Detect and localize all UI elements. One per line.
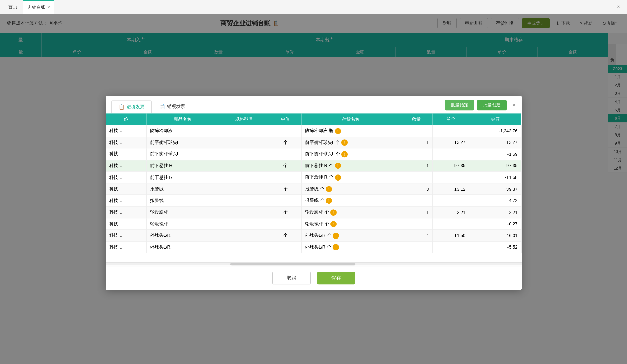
tab-close-icon[interactable]: ×	[47, 0, 50, 14]
inventory-name: 外球头L/R 个	[305, 233, 331, 238]
col-quantity: 数量	[400, 113, 433, 125]
inventory-name: 轮毂螺杆 个	[305, 209, 329, 215]
warning-icon: !	[335, 128, 341, 134]
col-spec: 规格型号	[219, 113, 269, 125]
tab-ledger-label: 进销台账	[27, 0, 45, 14]
table-row[interactable]: 科技…外球头L/R外球头L/R 个!-5.52	[106, 241, 522, 253]
outbound-invoice-icon: 📄	[159, 104, 165, 109]
warning-icon: !	[335, 174, 341, 181]
table-row[interactable]: 科技…轮毂螺杆轮毂螺杆 个!-0.27	[106, 218, 522, 230]
col-product: 商品名称	[146, 113, 219, 125]
outbound-invoice-label: 销项发票	[167, 103, 185, 110]
tab-ledger[interactable]: 进销台账 ×	[23, 0, 54, 14]
col-inventory: 存货名称	[302, 113, 400, 125]
inventory-name: 前平衡杆球头L 个	[305, 151, 340, 156]
inventory-name: 外球头L/R 个	[305, 244, 331, 250]
data-table: 你 商品名称 规格型号 单位 存货名称 数量 单价 金额 科技…防冻冷却液防冻冷…	[106, 113, 522, 253]
table-row[interactable]: 科技…前平衡杆球头L前平衡杆球头L 个!-1.59	[106, 148, 522, 160]
inventory-name: 报警线 个	[305, 198, 324, 203]
tab-home[interactable]: 首页	[3, 0, 23, 14]
table-row[interactable]: 科技…防冻冷却液防冻冷却液 瓶!-1,243.76	[106, 125, 522, 137]
table-row[interactable]: 科技…报警线报警线 个!-4.72	[106, 195, 522, 207]
batch-assign-button[interactable]: 批量指定	[445, 100, 474, 110]
scrollbar-thumb[interactable]	[230, 263, 355, 265]
warning-icon: !	[326, 186, 332, 192]
tab-bar: 首页 进销台账 × ×	[0, 0, 627, 14]
table-row[interactable]: 科技…前平衡杆球头L个前平衡杆球头L 个!113.2713.27	[106, 137, 522, 148]
inbound-invoice-label: 进项发票	[127, 104, 145, 110]
table-row[interactable]: 科技…外球头L/R个外球头L/R 个!411.5046.01	[106, 230, 522, 242]
col-price: 单价	[433, 113, 469, 125]
dialog-header: 📋 进项发票 📄 销项发票 批量指定 批量创建 ×	[106, 96, 522, 113]
inventory-name: 前平衡杆球头L 个	[305, 140, 340, 145]
dialog-header-actions: 批量指定 批量创建	[445, 100, 507, 113]
inventory-name: 轮毂螺杆 个	[305, 221, 329, 226]
tab-inbound-invoice[interactable]: 📋 进项发票	[111, 100, 152, 113]
inventory-name: 防冻冷却液 瓶	[305, 128, 333, 133]
table-row[interactable]: 科技…报警线个报警线 个!313.1239.37	[106, 183, 522, 195]
warning-icon: !	[330, 221, 337, 227]
warning-icon: !	[333, 233, 339, 239]
batch-create-button[interactable]: 批量创建	[477, 100, 507, 110]
save-button[interactable]: 保存	[317, 272, 355, 284]
app-close-button[interactable]: ×	[613, 4, 624, 10]
dialog-body: 你 商品名称 规格型号 单位 存货名称 数量 单价 金额 科技…防冻冷却液防冻冷…	[106, 113, 522, 266]
table-row[interactable]: 科技…轮毂螺杆个轮毂螺杆 个!12.212.21	[106, 207, 522, 218]
tab-outbound-invoice[interactable]: 📄 销项发票	[152, 100, 192, 113]
dialog-footer: 取消 保存	[106, 266, 522, 290]
warning-icon: !	[341, 139, 348, 146]
horizontal-scrollbar[interactable]	[106, 262, 522, 265]
warning-icon: !	[330, 209, 337, 216]
dialog: 📋 进项发票 📄 销项发票 批量指定 批量创建 × 你	[106, 96, 522, 290]
inbound-invoice-icon: 📋	[119, 104, 124, 110]
col-company: 你	[106, 113, 147, 125]
inventory-name: 报警线 个	[305, 186, 324, 191]
col-unit: 单位	[269, 113, 302, 125]
warning-icon: !	[326, 198, 332, 204]
table-row[interactable]: 科技…前下悬挂 R前下悬挂 R 个!-11.68	[106, 172, 522, 183]
warning-icon: !	[335, 163, 341, 169]
cancel-button[interactable]: 取消	[272, 272, 311, 284]
table-scroll[interactable]: 你 商品名称 规格型号 单位 存货名称 数量 单价 金额 科技…防冻冷却液防冻冷…	[106, 113, 522, 262]
main-content: 销售成本计算方法： 月平均 商贸企业进销台账 📋 对账 重新开账 存货别名 生成…	[0, 14, 627, 364]
col-amount: 金额	[469, 113, 521, 125]
table-row[interactable]: 科技…前下悬挂 R个前下悬挂 R 个!197.3597.35	[106, 160, 522, 172]
warning-icon: !	[333, 244, 339, 250]
warning-icon: !	[341, 151, 348, 157]
inventory-name: 前下悬挂 R 个	[305, 163, 333, 168]
inventory-name: 前下悬挂 R 个	[305, 174, 333, 180]
dialog-tabs: 📋 进项发票 📄 销项发票	[111, 100, 192, 113]
dialog-close-button[interactable]: ×	[512, 102, 516, 112]
